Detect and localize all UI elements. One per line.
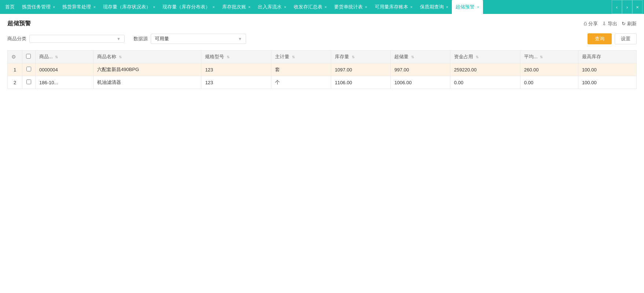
table-row: 1 0000004 六配套新昌490BPG 123 套 1097.00 997.… xyxy=(8,63,637,76)
col-product-name-label: 商品名称 xyxy=(97,54,116,59)
filter-row: 商品分类 ▼ 数据源 可用量 ▼ 查询 设置 xyxy=(7,33,637,44)
nav-item-inventory1[interactable]: 现存量（库存状况表） × xyxy=(99,0,159,14)
nav-close-exception[interactable]: × xyxy=(93,5,95,9)
datasource-value: 可用量 xyxy=(155,36,169,42)
col-product-code[interactable]: 商品... ⇅ xyxy=(36,51,94,63)
nav-item-overstock[interactable]: 超储预警 × xyxy=(452,0,483,14)
row-number: 2 xyxy=(8,76,22,89)
header-actions: ⎙ 分享 ⇩ 导出 ↻ 刷新 xyxy=(584,21,637,27)
col-unit-label: 主计量 xyxy=(275,54,289,59)
col-product-code-label: 商品... xyxy=(39,54,53,59)
row-checkbox[interactable] xyxy=(26,67,31,71)
nav-close-overstock[interactable]: × xyxy=(477,5,479,9)
nav-item-available[interactable]: 可用量库存账本 × xyxy=(371,0,416,14)
share-label: 分享 xyxy=(588,21,598,27)
nav-item-order[interactable]: 要货单统计表 × xyxy=(330,0,371,14)
nav-label-order: 要货单统计表 xyxy=(334,4,363,10)
nav-close-inventory1[interactable]: × xyxy=(153,5,155,9)
nav-close-available[interactable]: × xyxy=(410,5,413,9)
sort-spec-icon: ⇅ xyxy=(227,55,230,59)
col-gear[interactable]: ⚙ xyxy=(8,51,22,63)
nav-item-batch[interactable]: 库存批次账 × xyxy=(219,0,254,14)
top-nav: 首页 拣货任务管理 × 拣货异常处理 × 现存量（库存状况表） × 现存量（库存… xyxy=(0,0,644,14)
nav-label-available: 可用量库存账本 xyxy=(375,4,408,10)
nav-close-order[interactable]: × xyxy=(365,5,367,9)
row-spec: 123 xyxy=(201,76,271,89)
select-all-checkbox[interactable] xyxy=(26,54,31,59)
sort-overstock-icon: ⇅ xyxy=(411,55,414,59)
nav-label-inventory1: 现存量（库存状况表） xyxy=(103,4,151,10)
col-stock[interactable]: 库存量 ⇅ xyxy=(331,51,391,63)
col-unit[interactable]: 主计量 ⇅ xyxy=(271,51,331,63)
category-select[interactable]: ▼ xyxy=(29,35,125,43)
refresh-button[interactable]: ↻ 刷新 xyxy=(622,21,637,27)
gear-icon[interactable]: ⚙ xyxy=(11,54,16,60)
share-button[interactable]: ⎙ 分享 xyxy=(584,21,598,27)
row-checkbox-cell[interactable] xyxy=(22,63,36,76)
col-spec-label: 规格型号 xyxy=(205,54,224,59)
nav-arrow-right[interactable]: › xyxy=(622,0,632,14)
col-product-name[interactable]: 商品名称 ⇅ xyxy=(93,51,201,63)
filter-datasource: 数据源 可用量 ▼ xyxy=(133,34,246,44)
row-unit: 个 xyxy=(271,76,331,89)
row-overstock: 997.00 xyxy=(391,63,450,76)
col-spec[interactable]: 规格型号 ⇅ xyxy=(201,51,271,63)
nav-item-exception[interactable]: 拣货异常处理 × xyxy=(59,0,99,14)
nav-arrows: ‹ › × xyxy=(612,0,643,14)
page-title: 超储预警 xyxy=(7,20,31,27)
sort-stock-icon: ⇅ xyxy=(352,55,355,59)
nav-item-home[interactable]: 首页 xyxy=(1,0,18,14)
data-table: ⚙ 商品... ⇅ 商品名称 ⇅ 规格型号 ⇅ 主计量 xyxy=(7,50,637,89)
col-average[interactable]: 平均... ⇅ xyxy=(520,51,578,63)
table-row: 2 186-10... 机油滤清器 123 个 1106.00 1006.00 … xyxy=(8,76,637,89)
nav-close-expiry[interactable]: × xyxy=(446,5,448,9)
category-label: 商品分类 xyxy=(7,36,26,42)
row-checkbox[interactable] xyxy=(26,79,31,84)
row-average: 260.00 xyxy=(520,63,578,76)
row-unit: 套 xyxy=(271,63,331,76)
nav-label-task: 拣货任务管理 xyxy=(22,4,51,10)
nav-close-flow[interactable]: × xyxy=(284,5,286,9)
datasource-chevron-icon: ▼ xyxy=(238,37,242,41)
datasource-select[interactable]: 可用量 ▼ xyxy=(151,34,246,44)
nav-item-task[interactable]: 拣货任务管理 × xyxy=(18,0,59,14)
row-max-stock: 100.00 xyxy=(578,76,636,89)
col-max-stock[interactable]: 最高库存 xyxy=(578,51,636,63)
query-button[interactable]: 查询 xyxy=(588,33,612,44)
nav-label-summary: 收发存汇总表 xyxy=(294,4,322,10)
row-product-code: 0000004 xyxy=(36,63,94,76)
col-capital[interactable]: 资金占用 ⇅ xyxy=(450,51,520,63)
nav-close-batch[interactable]: × xyxy=(248,5,250,9)
nav-close-task[interactable]: × xyxy=(53,5,55,9)
nav-label-batch: 库存批次账 xyxy=(222,4,246,10)
row-max-stock: 100.00 xyxy=(578,63,636,76)
sort-product-name-icon: ⇅ xyxy=(119,55,122,59)
export-button[interactable]: ⇩ 导出 xyxy=(602,21,617,27)
table-body: 1 0000004 六配套新昌490BPG 123 套 1097.00 997.… xyxy=(8,63,637,89)
nav-item-expiry[interactable]: 保质期查询 × xyxy=(416,0,452,14)
nav-item-summary[interactable]: 收发存汇总表 × xyxy=(290,0,330,14)
datasource-label: 数据源 xyxy=(133,36,148,42)
nav-item-inventory2[interactable]: 现存量（库存分布表） × xyxy=(159,0,218,14)
settings-button[interactable]: 设置 xyxy=(615,33,637,44)
filter-buttons: 查询 设置 xyxy=(588,33,637,44)
nav-close-summary[interactable]: × xyxy=(325,5,327,9)
nav-item-flow[interactable]: 出入库流水 × xyxy=(254,0,290,14)
nav-arrow-left[interactable]: ‹ xyxy=(612,0,622,14)
row-product-code: 186-10... xyxy=(36,76,94,89)
export-icon: ⇩ xyxy=(602,21,606,26)
share-icon: ⎙ xyxy=(584,21,587,26)
row-product-name: 机油滤清器 xyxy=(93,76,201,89)
nav-label-expiry: 保质期查询 xyxy=(420,4,444,10)
col-overstock[interactable]: 超储量 ⇅ xyxy=(391,51,450,63)
nav-label-home: 首页 xyxy=(5,4,15,10)
row-checkbox-cell[interactable] xyxy=(22,76,36,89)
sort-product-code-icon: ⇅ xyxy=(55,55,58,59)
col-max-stock-label: 最高库存 xyxy=(582,54,601,59)
nav-close-inventory2[interactable]: × xyxy=(212,5,215,9)
sort-average-icon: ⇅ xyxy=(540,55,543,59)
table-header-row: ⚙ 商品... ⇅ 商品名称 ⇅ 规格型号 ⇅ 主计量 xyxy=(8,51,637,63)
refresh-icon: ↻ xyxy=(622,21,626,26)
row-spec: 123 xyxy=(201,63,271,76)
nav-arrow-close[interactable]: × xyxy=(632,0,643,14)
